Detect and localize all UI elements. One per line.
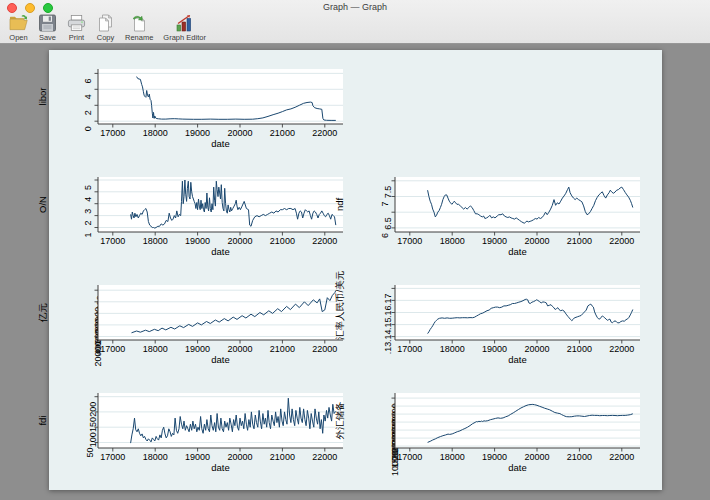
rename-button[interactable]: Rename [120,13,158,43]
floppy-disk-icon [38,14,57,32]
x-axis-tick-labels: 170001800019000200002100022000 [395,235,640,246]
subplot-ndf: ndf 66.577.5 170001800019000200002100022… [355,165,662,273]
x-axis-title: date [98,138,343,149]
subplot-yi-yuan: 亿元 20000400006000080000100000 1700018000… [49,273,355,381]
x-axis-title: date [395,462,640,473]
y-axis-tick-labels: 50100150200 [82,393,98,448]
print-button[interactable]: Print [62,13,91,43]
printer-icon [67,14,86,32]
subplot-overnight-rate: O/N 12345 170001800019000200002100022000… [49,165,355,273]
save-label: Save [39,33,56,42]
plot-area-libor [98,69,343,124]
x-axis-title: date [98,462,343,473]
x-axis-tick-labels: 170001800019000200002100022000 [98,451,343,462]
x-axis-tick-labels: 170001800019000200002100022000 [395,451,640,462]
toolbar: Open Save Print [4,13,211,43]
plot-area-on [98,177,343,232]
subplot-forex-reserves: 外汇储备 10000150002000025000300003500040000… [355,381,662,489]
x-axis-tick-labels: 170001800019000200002100022000 [98,127,343,138]
y-axis-title-libor: libor [36,69,49,124]
y-axis-tick-labels: 66.577.5 [379,177,395,232]
subplot-fdi: fdi 50100150200 170001800019000200002100… [49,381,355,489]
empty-cell [355,57,662,165]
window-chrome: Graph — Graph Open Save [0,0,710,44]
x-axis-title: date [98,354,343,365]
rename-page-icon [130,14,149,32]
x-axis-tick-labels: 170001800019000200002100022000 [98,235,343,246]
subplot-row-1: libor 0246 17000180001900020000210002200… [49,57,662,165]
copy-pages-icon [96,14,115,32]
subplot-row-3: 亿元 20000400006000080000100000 1700018000… [49,273,662,381]
y-axis-tick-labels: 10000150002000025000300003500040000 [379,393,395,448]
open-button[interactable]: Open [4,13,33,43]
rename-label: Rename [125,33,153,42]
x-axis-title: date [98,246,343,257]
print-label: Print [69,33,84,42]
y-axis-title-yi-yuan: 亿元 [36,285,49,340]
y-axis-title-fdi: fdi [36,393,49,448]
title-bar[interactable]: Graph — Graph [0,0,710,13]
save-button[interactable]: Save [33,13,62,43]
subplot-row-2: O/N 12345 170001800019000200002100022000… [49,165,662,273]
y-axis-tick-labels: 20000400006000080000100000 [82,285,98,340]
plot-area-exchange-rate [395,285,640,340]
graph-editor-label: Graph Editor [163,33,206,42]
graph-editor-button[interactable]: Graph Editor [158,13,211,43]
graph-canvas: libor 0246 17000180001900020000210002200… [49,50,662,490]
plot-area-ndf [395,177,640,232]
x-axis-tick-labels: 170001800019000200002100022000 [98,343,343,354]
y-axis-title-ndf: ndf [333,177,346,232]
copy-button[interactable]: Copy [91,13,120,43]
window-title: Graph — Graph [0,0,710,14]
open-label: Open [9,33,27,42]
y-axis-tick-labels: 12345 [82,177,98,232]
x-axis-title: date [395,246,640,257]
plot-area-yi-yuan [98,285,343,340]
x-axis-tick-labels: 170001800019000200002100022000 [395,343,640,354]
y-axis-title-exchange-rate: 汇率人民币/美元 [333,285,346,340]
y-axis-title-forex-reserves: 外汇储备 [333,393,346,448]
bar-chart-icon [175,14,194,32]
subplot-libor: libor 0246 17000180001900020000210002200… [49,57,355,165]
x-axis-title: date [395,354,640,365]
open-folder-icon [9,14,28,32]
y-axis-tick-labels: 0246 [82,69,98,124]
y-axis-title-on: O/N [36,177,49,232]
copy-label: Copy [97,33,115,42]
subplot-exchange-rate: 汇率人民币/美元 .13.14.15.16.17 170001800019000… [355,273,662,381]
plot-area-forex-reserves [395,393,640,448]
subplot-row-4: fdi 50100150200 170001800019000200002100… [49,381,662,489]
plot-area-fdi [98,393,343,448]
